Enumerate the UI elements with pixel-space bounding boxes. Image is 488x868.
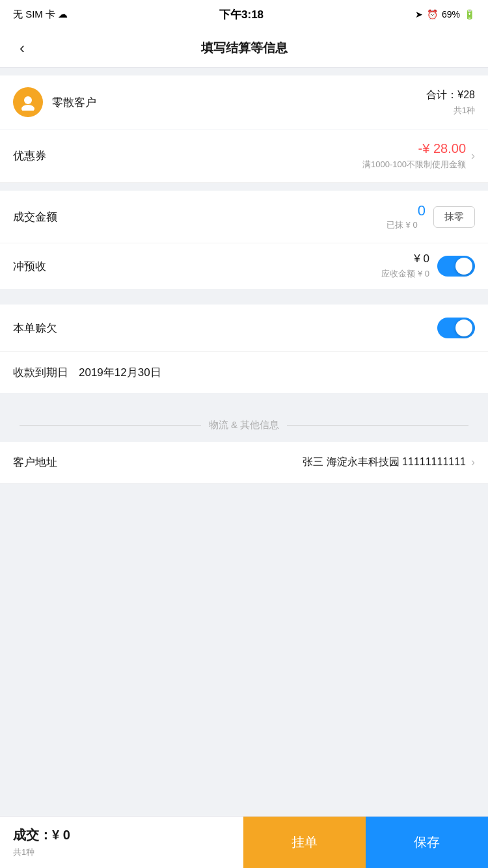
debt-section: 本单赊欠 收款到期日 2019年12月30日 [0,305,488,393]
chevron-right-icon: › [471,149,475,163]
address-label: 客户地址 [13,455,57,470]
status-time: 下午3:18 [219,7,264,22]
coupon-info: -¥ 28.00 满1000-100不限制使用金额 [362,141,466,170]
transaction-label: 成交金额 [13,210,57,224]
section-divider-1 [0,183,488,191]
precollect-amounts: ¥ 0 应收金额 ¥ 0 [381,252,429,280]
svg-point-0 [24,96,32,104]
round-button[interactable]: 抹零 [433,206,475,228]
customer-summary: 合计：¥28 共1种 [426,88,475,116]
debt-label: 本单赊欠 [13,321,57,336]
customer-card: 零散客户 合计：¥28 共1种 [0,75,488,129]
transaction-row: 成交金额 已抹 ¥ 0 抹零 [0,191,488,243]
precollect-row: 冲预收 ¥ 0 应收金额 ¥ 0 [0,243,488,289]
battery-label: 69% [442,9,460,20]
coupon-row[interactable]: 优惠券 -¥ 28.00 满1000-100不限制使用金额 › [0,129,488,183]
location-icon: ➤ [415,9,423,20]
due-date-row: 收款到期日 2019年12月30日 [0,352,488,393]
address-section: 客户地址 张三 海淀永丰科技园 11111111111 › [0,442,488,483]
status-left: 无 SIM 卡 ☁ [13,8,68,21]
precollect-sub-amount: 应收金额 ¥ 0 [381,268,429,280]
precollect-main-amount: ¥ 0 [381,252,429,265]
page-title: 填写结算等信息 [201,40,288,57]
nav-bar: ‹ 填写结算等信息 [0,29,488,68]
due-date-label: 收款到期日 [13,365,68,380]
section-divider-2 [0,289,488,297]
logistics-section: 物流 & 其他信息 [0,409,488,442]
bottom-deal-label: 成交： [13,828,52,842]
section-divider-3 [0,393,488,401]
precollect-right: ¥ 0 应收金额 ¥ 0 [381,252,475,280]
debt-row: 本单赊欠 [0,305,488,352]
status-bar: 无 SIM 卡 ☁ 下午3:18 ➤ ⏰ 69% 🔋 [0,0,488,29]
battery-icon: 🔋 [464,9,475,20]
customer-name: 零散客户 [52,95,96,110]
transaction-right: 已抹 ¥ 0 抹零 [386,202,475,231]
bottom-deal-value: ¥ 0 [52,828,70,842]
logistics-header-wrapper: 物流 & 其他信息 [0,409,488,442]
transaction-input[interactable] [386,202,426,219]
bottom-deal-count: 共1种 [13,847,230,858]
address-row[interactable]: 客户地址 张三 海淀永丰科技园 11111111111 › [0,442,488,483]
precollect-label: 冲预收 [13,259,46,274]
coupon-right: -¥ 28.00 满1000-100不限制使用金额 › [362,141,475,170]
bottom-deal-amount: 成交：¥ 0 [13,826,230,844]
no-sim-label: 无 SIM 卡 ☁ [13,8,68,21]
customer-count: 共1种 [426,105,475,116]
save-button[interactable]: 保存 [366,817,488,869]
coupon-label: 优惠券 [13,148,46,163]
transaction-section: 成交金额 已抹 ¥ 0 抹零 冲预收 ¥ 0 应收金额 ¥ 0 [0,191,488,289]
alarm-icon: ⏰ [427,9,438,20]
customer-total: 合计：¥28 [426,88,475,102]
already-wiped-label: 已抹 ¥ 0 [386,219,426,231]
customer-info-left: 零散客户 [13,87,96,117]
address-value: 张三 海淀永丰科技园 11111111111 [70,455,466,469]
coupon-amount: -¥ 28.00 [362,141,466,156]
transaction-value-wrapper: 已抹 ¥ 0 [386,202,426,231]
hang-button[interactable]: 挂单 [243,817,366,869]
debt-toggle-knob [455,319,472,336]
due-date-value: 2019年12月30日 [79,365,161,380]
svg-point-1 [21,105,34,111]
logistics-title: 物流 & 其他信息 [209,419,279,431]
bottom-spacer-area [0,483,488,614]
logistics-header-line: 物流 & 其他信息 [20,419,468,431]
debt-toggle[interactable] [437,318,475,338]
status-right: ➤ ⏰ 69% 🔋 [415,9,475,20]
precollect-toggle[interactable] [437,256,475,277]
back-button[interactable]: ‹ [13,33,31,64]
toggle-knob [455,258,472,275]
coupon-description: 满1000-100不限制使用金额 [362,159,466,170]
avatar [13,87,43,117]
bottom-info: 成交：¥ 0 共1种 [0,826,243,858]
address-chevron-icon: › [471,455,475,469]
bottom-bar: 成交：¥ 0 共1种 挂单 保存 [0,816,488,868]
